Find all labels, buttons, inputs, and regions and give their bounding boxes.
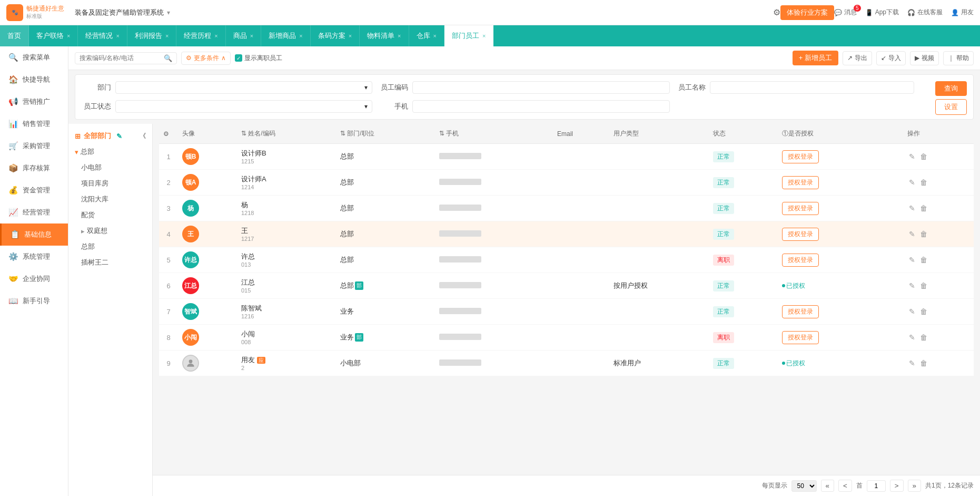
dept-item-xiaodian[interactable]: 小电部 [68, 160, 152, 176]
auth-button[interactable]: 授权登录 [782, 228, 819, 241]
nav-marketing[interactable]: 📢 营销推广 [0, 91, 68, 113]
auth-button[interactable]: 授权登录 [782, 150, 819, 163]
col-dept[interactable]: ⇅ 部门/职位 [336, 124, 435, 144]
online-service-button[interactable]: 🎧 在线客服 [907, 8, 943, 17]
tab-add-goods[interactable]: 新增商品 × [261, 25, 310, 46]
tab-customer[interactable]: 客户联络 × [29, 25, 78, 46]
first-page-button[interactable]: « [821, 480, 834, 492]
col-settings[interactable]: ⚙ [159, 124, 178, 144]
close-icon[interactable]: × [482, 33, 486, 39]
tab-operation[interactable]: 经营情况 × [78, 25, 127, 46]
prev-page-button[interactable]: < [838, 480, 852, 492]
app-download-button[interactable]: 📱 App下载 [865, 8, 899, 17]
phone-input[interactable] [412, 100, 669, 113]
close-icon[interactable]: × [349, 33, 352, 39]
import-button[interactable]: ↙ 导入 [876, 51, 906, 65]
tab-home[interactable]: 首页 [0, 25, 29, 46]
reset-button[interactable]: 设置 [935, 99, 967, 115]
nav-basic-info[interactable]: 📋 基础信息 [0, 223, 68, 246]
delete-button[interactable]: 🗑 [918, 333, 929, 342]
collapse-dept-icon[interactable]: 《 [140, 132, 146, 141]
nav-sales[interactable]: 📊 销售管理 [0, 113, 68, 135]
delete-button[interactable]: 🗑 [918, 281, 929, 290]
nav-finance[interactable]: 💰 资金管理 [0, 179, 68, 201]
nav-inventory[interactable]: 📦 库存核算 [0, 157, 68, 179]
auth-button[interactable]: 授权登录 [782, 176, 819, 189]
edit-button[interactable]: ✎ [907, 256, 917, 264]
dept-select[interactable]: ▾ [115, 81, 372, 94]
emp-code-input[interactable] [412, 81, 669, 94]
more-conditions-button[interactable]: ⚙ 更多条件 ∧ [181, 52, 231, 65]
emp-status-select[interactable]: ▾ [115, 100, 372, 113]
delete-button[interactable]: 🗑 [918, 359, 929, 367]
col-phone[interactable]: ⇅ 手机 [435, 124, 553, 144]
edit-button[interactable]: ✎ [907, 178, 917, 187]
close-icon[interactable]: × [299, 33, 302, 39]
dept-item-shenyang[interactable]: 沈阳大库 [68, 191, 152, 207]
nav-quick-nav[interactable]: 🏠 快捷导航 [0, 69, 68, 91]
auth-button[interactable]: 授权登录 [782, 331, 819, 344]
edit-dept-icon[interactable]: ✎ [116, 132, 122, 140]
video-button[interactable]: ▶ 视频 [910, 51, 939, 65]
edit-button[interactable]: ✎ [907, 333, 917, 342]
nav-guide[interactable]: 📖 新手引导 [0, 290, 68, 312]
last-page-button[interactable]: » [908, 480, 921, 492]
tab-warehouse[interactable]: 仓库 × [409, 25, 444, 46]
show-resigned-checkbox[interactable]: ✓ 显示离职员工 [235, 54, 282, 63]
dept-item-shuangting[interactable]: ▸ 双庭想 [68, 223, 152, 239]
delete-button[interactable]: 🗑 [918, 152, 929, 161]
tab-profit[interactable]: 利润报告 × [127, 25, 176, 46]
delete-button[interactable]: 🗑 [918, 204, 929, 212]
delete-button[interactable]: 🗑 [918, 256, 929, 264]
trial-button[interactable]: 体验行业方案 [780, 5, 834, 20]
delete-button[interactable]: 🗑 [918, 230, 929, 238]
query-button[interactable]: 查询 [935, 81, 967, 96]
dept-item-chashuwang[interactable]: 插树王二 [68, 255, 152, 270]
edit-button[interactable]: ✎ [907, 204, 917, 212]
user-avatar[interactable]: 👤 用友 [951, 8, 974, 17]
edit-button[interactable]: ✎ [907, 359, 917, 367]
edit-button[interactable]: ✎ [907, 230, 917, 238]
per-page-select[interactable]: 50 [791, 480, 817, 492]
dept-item-peihuo[interactable]: 配货 [68, 207, 152, 223]
gear-button[interactable]: ⚙ [773, 7, 780, 17]
nav-system[interactable]: ⚙️ 系统管理 [0, 246, 68, 268]
tab-bom[interactable]: 物料清单 × [360, 25, 409, 46]
close-icon[interactable]: × [250, 33, 253, 39]
dept-item-zongbu-root[interactable]: ▾ 总部 [68, 144, 152, 160]
message-button[interactable]: 💬 消息 5 [834, 8, 857, 17]
nav-search[interactable]: 🔍 搜索菜单 [0, 46, 68, 69]
nav-collab[interactable]: 🤝 企业协同 [0, 268, 68, 290]
tab-history[interactable]: 经营历程 × [176, 25, 225, 46]
col-name[interactable]: ⇅ 姓名/编码 [237, 124, 336, 144]
search-input[interactable] [80, 54, 164, 62]
dept-item-project[interactable]: 项目库房 [68, 176, 152, 191]
nav-purchase[interactable]: 🛒 采购管理 [0, 135, 68, 157]
delete-button[interactable]: 🗑 [918, 178, 929, 187]
close-icon[interactable]: × [398, 33, 401, 39]
tab-goods[interactable]: 商品 × [226, 25, 261, 46]
auth-button[interactable]: 授权登录 [782, 202, 819, 215]
tab-department[interactable]: 部门员工 × [444, 25, 493, 46]
delete-button[interactable]: 🗑 [918, 307, 929, 316]
dept-item-zongbu-sub[interactable]: 总部 [68, 239, 152, 255]
add-employee-button[interactable]: + 新增员工 [793, 51, 838, 65]
nav-management[interactable]: 📈 经营管理 [0, 201, 68, 223]
close-icon[interactable]: × [67, 33, 70, 39]
close-icon[interactable]: × [165, 33, 169, 39]
page-number-input[interactable] [867, 480, 886, 492]
auth-button[interactable]: 授权登录 [782, 254, 819, 267]
auth-button[interactable]: 授权登录 [782, 305, 819, 318]
search-input-wrapper[interactable]: 🔍 [75, 52, 177, 64]
help-button[interactable]: ｜ 帮助 [943, 51, 974, 65]
close-icon[interactable]: × [214, 33, 217, 39]
close-icon[interactable]: × [433, 33, 437, 39]
sys-dropdown-icon[interactable]: ▾ [167, 9, 170, 16]
export-button[interactable]: ↗ 导出 [843, 51, 872, 65]
next-page-button[interactable]: > [890, 480, 904, 492]
close-icon[interactable]: × [116, 33, 119, 39]
edit-button[interactable]: ✎ [907, 281, 917, 290]
emp-name-input[interactable] [710, 81, 914, 94]
tab-barcode[interactable]: 条码方案 × [311, 25, 360, 46]
edit-button[interactable]: ✎ [907, 307, 917, 316]
